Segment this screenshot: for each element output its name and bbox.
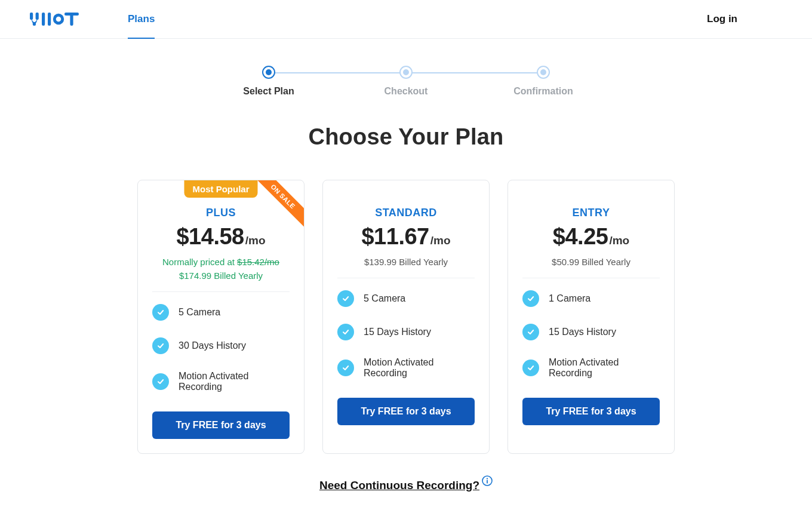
plan-price-period: /mo bbox=[430, 234, 451, 247]
svg-rect-7 bbox=[70, 13, 73, 26]
plan-price: $14.58 /mo bbox=[152, 224, 290, 250]
svg-rect-2 bbox=[33, 23, 36, 26]
badge-most-popular: Most Popular bbox=[184, 180, 257, 198]
stepper-step-checkout: Checkout bbox=[358, 66, 454, 97]
try-free-button[interactable]: Try FREE for 3 days bbox=[337, 398, 475, 425]
plan-price-amount: $14.58 bbox=[176, 224, 244, 250]
stepper-step-select-plan: Select Plan bbox=[221, 66, 316, 97]
check-icon bbox=[522, 360, 539, 376]
try-free-button-label: Try FREE for 3 days bbox=[361, 406, 451, 416]
stepper-line bbox=[275, 72, 400, 73]
stepper-dot-icon bbox=[537, 66, 550, 79]
try-free-button-label: Try FREE for 3 days bbox=[546, 406, 636, 416]
feature-text: 30 Days History bbox=[179, 340, 246, 351]
check-icon bbox=[522, 324, 539, 340]
plan-price: $4.25 /mo bbox=[522, 224, 660, 250]
try-free-button[interactable]: Try FREE for 3 days bbox=[522, 398, 660, 425]
feature-text: 5 Camera bbox=[179, 307, 220, 318]
plan-features: 1 Camera 15 Days History Motion Activate… bbox=[522, 290, 660, 379]
nav-tab-plans-label: Plans bbox=[128, 13, 155, 25]
plan-cards-row: Most Popular ON SALE PLUS $14.58 /mo Nor… bbox=[137, 180, 675, 454]
check-icon bbox=[522, 290, 539, 307]
nav-tab-plans[interactable]: Plans bbox=[128, 0, 155, 38]
stepper-step-confirmation: Confirmation bbox=[496, 66, 591, 97]
svg-rect-3 bbox=[42, 13, 45, 26]
feature-text: 15 Days History bbox=[549, 327, 616, 337]
feature-text: Motion Activated Recording bbox=[549, 357, 660, 379]
feature-text: 5 Camera bbox=[364, 293, 405, 304]
try-free-button-label: Try FREE for 3 days bbox=[176, 420, 266, 430]
plan-normal-strike: $15.42/mo bbox=[237, 257, 279, 267]
check-icon bbox=[337, 290, 354, 307]
check-icon bbox=[337, 360, 354, 376]
plan-price-amount: $11.67 bbox=[361, 224, 429, 250]
ribbon-on-sale: ON SALE bbox=[256, 180, 304, 228]
list-item: 30 Days History bbox=[152, 337, 290, 354]
list-item: 5 Camera bbox=[337, 290, 475, 307]
list-item: 15 Days History bbox=[522, 324, 660, 340]
plan-price-period: /mo bbox=[609, 234, 629, 247]
stepper-label: Select Plan bbox=[243, 86, 294, 97]
list-item: Motion Activated Recording bbox=[337, 357, 475, 379]
plan-card-plus: Most Popular ON SALE PLUS $14.58 /mo Nor… bbox=[137, 180, 304, 454]
svg-point-8 bbox=[56, 17, 61, 22]
top-nav: Plans Log in bbox=[0, 0, 812, 39]
svg-rect-11 bbox=[487, 480, 488, 484]
stepper-label: Checkout bbox=[385, 86, 428, 97]
login-link[interactable]: Log in bbox=[707, 13, 737, 25]
plan-price-period: /mo bbox=[245, 234, 266, 247]
list-item: 1 Camera bbox=[522, 290, 660, 307]
plan-price-amount: $4.25 bbox=[553, 224, 608, 250]
svg-rect-0 bbox=[30, 13, 33, 20]
feature-text: 15 Days History bbox=[364, 327, 431, 337]
stepper-dot-icon bbox=[399, 66, 413, 79]
list-item: Motion Activated Recording bbox=[522, 357, 660, 379]
plan-name: STANDARD bbox=[337, 207, 475, 219]
svg-rect-4 bbox=[48, 13, 51, 26]
plan-card-entry: ENTRY $4.25 /mo $50.99 Billed Yearly 1 C… bbox=[508, 180, 675, 454]
plan-features: 5 Camera 30 Days History Motion Activate… bbox=[152, 304, 290, 392]
ribbon-on-sale-label: ON SALE bbox=[256, 180, 304, 228]
check-icon bbox=[152, 337, 169, 354]
svg-rect-1 bbox=[36, 13, 39, 20]
continuous-recording-row: Need Continuous Recording? bbox=[0, 479, 812, 492]
list-item: Motion Activated Recording bbox=[152, 371, 290, 392]
plan-name: PLUS bbox=[152, 207, 290, 219]
card-divider bbox=[337, 278, 475, 278]
check-icon bbox=[337, 324, 354, 340]
progress-stepper: Select Plan Checkout Confirmation bbox=[221, 66, 591, 97]
feature-text: 1 Camera bbox=[549, 293, 590, 304]
plan-name: ENTRY bbox=[522, 207, 660, 219]
brand-logo[interactable] bbox=[30, 11, 80, 27]
card-divider bbox=[152, 291, 290, 292]
feature-text: Motion Activated Recording bbox=[364, 357, 475, 379]
login-link-label: Log in bbox=[707, 13, 737, 24]
continuous-recording-link[interactable]: Need Continuous Recording? bbox=[319, 479, 479, 492]
try-free-button[interactable]: Try FREE for 3 days bbox=[152, 411, 290, 439]
stepper-dot-icon bbox=[262, 66, 275, 79]
plan-features: 5 Camera 15 Days History Motion Activate… bbox=[337, 290, 475, 379]
plan-price: $11.67 /mo bbox=[337, 224, 475, 250]
check-icon bbox=[152, 304, 169, 321]
plan-billed: $174.99 Billed Yearly bbox=[152, 271, 290, 281]
card-divider bbox=[522, 278, 660, 278]
check-icon bbox=[152, 373, 169, 390]
info-icon[interactable] bbox=[482, 475, 493, 486]
page-title: Choose Your Plan bbox=[0, 124, 812, 150]
stepper-label: Confirmation bbox=[513, 86, 573, 97]
plan-normal-price: Normally priced at $15.42/mo bbox=[152, 257, 290, 267]
plan-billed: $50.99 Billed Yearly bbox=[522, 257, 660, 267]
list-item: 5 Camera bbox=[152, 304, 290, 321]
list-item: 15 Days History bbox=[337, 324, 475, 340]
feature-text: Motion Activated Recording bbox=[179, 371, 290, 392]
plan-card-standard: STANDARD $11.67 /mo $139.99 Billed Yearl… bbox=[322, 180, 490, 454]
svg-point-10 bbox=[487, 478, 488, 479]
plan-normal-prefix: Normally priced at bbox=[162, 257, 237, 267]
plan-billed: $139.99 Billed Yearly bbox=[337, 257, 475, 267]
stepper-line bbox=[412, 72, 537, 73]
